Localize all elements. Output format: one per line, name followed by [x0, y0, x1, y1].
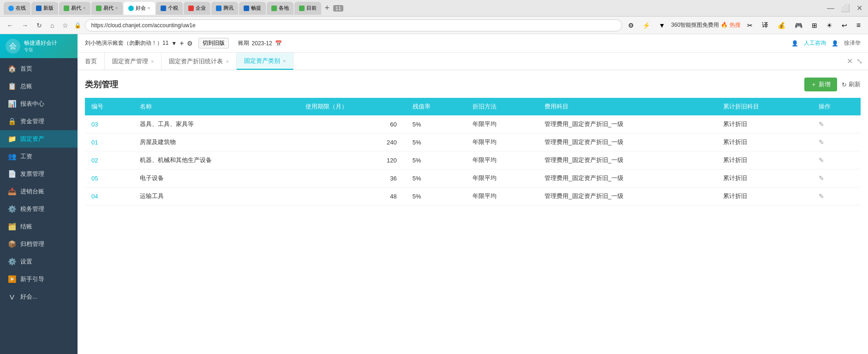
cell-actions: ✎ — [812, 151, 861, 169]
tab-close-controls: ✕ ⤡ — [847, 57, 868, 66]
browser-tab-4[interactable]: 好会 × — [124, 2, 155, 15]
site-settings-icon[interactable]: ⚙ — [626, 21, 636, 30]
sidebar-item-label-other: 好会... — [20, 293, 37, 301]
home-button[interactable]: ⌂ — [48, 21, 56, 30]
bookmark-button[interactable]: ☆ — [60, 21, 71, 30]
logo-text-area: 畅捷通好会计 专版 — [24, 39, 57, 54]
cell-cost-subject: 管理费用_固定资产折旧_一级 — [538, 133, 717, 151]
browser-tab-6[interactable]: 企业 — [184, 2, 210, 15]
sidebar-item-other[interactable]: V 好会... — [0, 288, 78, 306]
window-close-icon[interactable]: ✕ — [855, 3, 864, 13]
sidebar-item-purchase-sales[interactable]: 📥 进销台账 — [0, 183, 78, 200]
browser-tab-0[interactable]: 在线 — [4, 2, 30, 15]
minimize-icon[interactable]: — — [825, 3, 836, 13]
edit-row-icon[interactable]: ✎ — [819, 156, 824, 164]
back-button[interactable]: ← — [5, 21, 16, 30]
refresh-label: 刷新 — [849, 80, 861, 89]
user-info: 刘小艳演示账套（勿删勿动！）11 ▼ + ⚙ — [85, 39, 193, 48]
close-tab-4-icon[interactable]: × — [148, 6, 150, 11]
sidebar-item-general-ledger[interactable]: 📋 总账 — [0, 78, 78, 95]
content-tab-home[interactable]: 首页 — [78, 53, 105, 70]
cell-residual: 5% — [406, 133, 467, 151]
wallet-icon[interactable]: 💰 — [775, 21, 788, 30]
brightness-icon[interactable]: ☀ — [824, 21, 835, 30]
sidebar-item-tutorial[interactable]: ▶️ 新手引导 — [0, 270, 78, 288]
ledger-icon: 📋 — [7, 82, 17, 90]
add-category-button[interactable]: ＋ 新增 — [804, 78, 837, 91]
cell-name: 机器、机械和其他生产设备 — [133, 151, 299, 169]
games-icon[interactable]: 🎮 — [792, 21, 805, 30]
address-input[interactable] — [85, 19, 622, 31]
menu-icon[interactable]: ≡ — [854, 20, 863, 30]
browser-tab-3[interactable]: 易代 × — [91, 2, 123, 15]
add-account-icon[interactable]: + — [180, 39, 184, 48]
cell-code: 04 — [85, 187, 133, 205]
sidebar-item-fixed-assets[interactable]: 📁 固定资产 — [0, 130, 78, 148]
browser-tab-bar: 在线 新版 易代 × 易代 × 好会 × 个税 企业 — [0, 0, 868, 17]
calendar-icon[interactable]: 📅 — [275, 40, 282, 47]
browser-tab-10[interactable]: 目前 — [294, 2, 321, 15]
settings-account-icon[interactable]: ⚙ — [187, 40, 193, 47]
tab-count-badge: 11 — [333, 5, 343, 12]
close-depreciation-tab-icon[interactable]: × — [226, 59, 228, 64]
sidebar-item-settings[interactable]: ⚙️ 设置 — [0, 253, 78, 270]
close-all-tabs-icon[interactable]: ✕ — [847, 57, 853, 66]
content-tab-depreciation[interactable]: 固定资产折旧统计表 × — [162, 53, 236, 70]
sidebar-item-reports[interactable]: 📊 报表中心 — [0, 95, 78, 113]
refresh-button[interactable]: ↻ — [34, 21, 44, 30]
sidebar-item-home[interactable]: 🏠 首页 — [0, 60, 78, 78]
code-link[interactable]: 04 — [91, 193, 98, 200]
edit-row-icon[interactable]: ✎ — [819, 120, 824, 128]
grid-icon[interactable]: ⊞ — [809, 21, 820, 30]
lightning-icon[interactable]: ⚡ — [640, 21, 652, 30]
period-value: 2023-12 — [252, 40, 272, 47]
sidebar-item-tax[interactable]: ⚙️ 税务管理 — [0, 200, 78, 218]
close-tab-2-icon[interactable]: × — [83, 6, 86, 11]
browser-tab-7[interactable]: 腾讯 — [211, 2, 238, 15]
browser-tab-5[interactable]: 个税 — [156, 2, 183, 15]
close-category-tab-icon[interactable]: × — [283, 58, 286, 64]
refresh-table-button[interactable]: ↻ 刷新 — [842, 80, 861, 89]
edit-row-icon[interactable]: ✎ — [819, 192, 824, 200]
edit-row-icon[interactable]: ✎ — [819, 174, 824, 182]
sidebar-item-close-accounts[interactable]: 🗂️ 结账 — [0, 218, 78, 235]
dropdown-icon[interactable]: ▼ — [656, 21, 667, 30]
code-link[interactable]: 02 — [91, 157, 98, 164]
switch-version-button[interactable]: 切到旧版 — [198, 38, 229, 48]
code-link[interactable]: 03 — [91, 121, 98, 128]
sidebar-item-invoice[interactable]: 📄 发票管理 — [0, 165, 78, 183]
maximize-icon[interactable]: ⬜ — [839, 3, 852, 13]
browser-tab-9[interactable]: 各地 — [267, 2, 293, 15]
code-link[interactable]: 05 — [91, 175, 98, 182]
refresh-icon: ↻ — [842, 81, 847, 88]
browser-tab-2[interactable]: 易代 × — [59, 2, 90, 15]
expand-tab-icon[interactable]: ⤡ — [856, 57, 862, 66]
browser-tab-8[interactable]: 畅提 — [239, 2, 266, 15]
dropdown-arrow-icon[interactable]: ▼ — [171, 40, 177, 47]
sidebar-item-funds[interactable]: 🔒 资金管理 — [0, 113, 78, 130]
sidebar-item-label-assets: 固定资产 — [20, 135, 44, 143]
table-row: 05 电子设备 36 5% 年限平均 管理费用_固定资产折旧_一级 累计折旧 ✎ — [85, 169, 861, 187]
code-link[interactable]: 01 — [91, 139, 98, 146]
search-label: 360智能抠图免费用 — [671, 21, 719, 29]
edit-row-icon[interactable]: ✎ — [819, 138, 824, 146]
support-label[interactable]: 人工咨询 — [804, 39, 826, 47]
sidebar-item-label-settings: 设置 — [20, 258, 32, 266]
content-tab-assets-mgmt-label: 固定资产管理 — [112, 57, 148, 66]
content-tab-category[interactable]: 固定资产类别 × — [237, 53, 293, 70]
undo-icon[interactable]: ↩ — [839, 21, 850, 30]
sidebar-item-payroll[interactable]: 👥 工资 — [0, 148, 78, 165]
cell-name: 电子设备 — [133, 169, 299, 187]
forward-button[interactable]: → — [19, 21, 30, 30]
close-tab-3-icon[interactable]: × — [115, 6, 118, 11]
sidebar-item-label-archive: 归档管理 — [20, 240, 44, 248]
support-icon: 👤 — [791, 40, 798, 47]
close-assets-mgmt-tab-icon[interactable]: × — [151, 59, 154, 64]
sidebar-item-archive[interactable]: 📦 归档管理 — [0, 235, 78, 253]
new-tab-button[interactable]: + — [322, 3, 333, 13]
cell-cost-subject: 管理费用_固定资产折旧_一级 — [538, 115, 717, 133]
scissors-icon[interactable]: ✂ — [744, 21, 755, 30]
browser-tab-1[interactable]: 新版 — [31, 2, 58, 15]
content-tab-assets-mgmt[interactable]: 固定资产管理 × — [105, 53, 162, 70]
translate-icon[interactable]: 译 — [759, 20, 771, 30]
